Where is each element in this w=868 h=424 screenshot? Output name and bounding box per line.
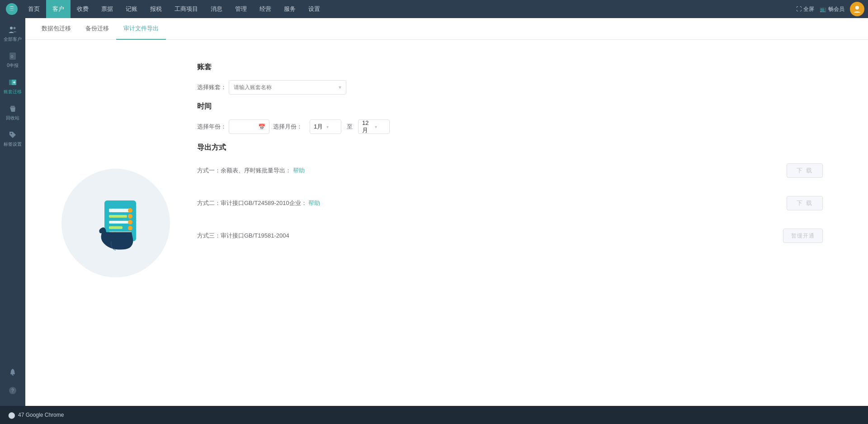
- nav-messages[interactable]: 消息: [204, 0, 229, 18]
- nav-fees[interactable]: 收费: [71, 0, 95, 18]
- nav-admin[interactable]: 管理: [229, 0, 253, 18]
- tabs-bar: 数据包迁移 备份迁移 审计文件导出: [25, 18, 868, 40]
- tab-backup-migrate[interactable]: 备份迁移: [78, 18, 116, 40]
- vip-icon: 📺: [820, 6, 826, 12]
- svg-point-3: [14, 27, 16, 29]
- time-section-title: 时间: [197, 102, 823, 111]
- svg-point-20: [128, 226, 132, 230]
- svg-point-0: [6, 3, 18, 15]
- content-area: 数据包迁移 备份迁移 审计文件导出: [25, 18, 868, 406]
- export-method-3: 方式三：审计接口GB/T19581-2004 暂缓开通: [197, 225, 823, 247]
- nav-settings[interactable]: 设置: [302, 0, 326, 18]
- app-logo[interactable]: [4, 1, 20, 17]
- avatar[interactable]: [850, 2, 864, 16]
- fullscreen-button[interactable]: ⛶ 全屏: [796, 5, 814, 13]
- svg-rect-13: [109, 215, 127, 218]
- form-area: 账套 选择账套： ▾ 时间 选择年份：: [179, 58, 841, 388]
- taskbar-chrome[interactable]: ⬤ 47 Google Chrome: [4, 410, 68, 420]
- time-row: 2023 📅 选择月份： 1月 ▾ 至 12月 ▾: [229, 119, 390, 134]
- sidebar-item-tags[interactable]: 标签设置: [1, 127, 24, 151]
- month-from-select[interactable]: 1月 ▾: [310, 119, 341, 134]
- svg-point-8: [11, 133, 12, 134]
- vip-button[interactable]: 📺 畅会员: [820, 5, 844, 13]
- method-1-help[interactable]: 帮助: [293, 167, 305, 174]
- nav-bookkeeping[interactable]: 记账: [119, 0, 144, 18]
- month-to-select[interactable]: 12月 ▾: [358, 119, 390, 134]
- export-method-2: 方式二：审计接口GB/T24589-2010企业： 帮助 下 载: [197, 192, 823, 214]
- svg-point-1: [855, 6, 859, 10]
- svg-point-2: [10, 27, 13, 29]
- svg-point-17: [128, 208, 132, 213]
- export-section-title: 导出方式: [197, 143, 823, 152]
- month-from-arrow: ▾: [326, 124, 337, 129]
- month-to-value: 12月: [362, 119, 373, 134]
- page-content: 账套 选择账套： ▾ 时间 选择年份：: [25, 40, 868, 406]
- chrome-icon: ⬤: [8, 411, 15, 419]
- method-1-label: 方式一：余额表、序时账批量导出： 帮助: [197, 167, 787, 175]
- nav-home[interactable]: 首页: [22, 0, 46, 18]
- account-input[interactable]: [234, 84, 339, 91]
- method-3-label: 方式三：审计接口GB/T19581-2004: [197, 232, 783, 240]
- illustration-area: [52, 58, 179, 388]
- sidebar-item-help[interactable]: ?: [1, 382, 24, 399]
- account-input-wrapper[interactable]: ▾: [229, 80, 346, 95]
- nav-right: ⛶ 全屏 📺 畅会员: [796, 2, 864, 16]
- month-label: 选择月份：: [273, 123, 306, 131]
- sidebar-item-migrate[interactable]: 账套迁移: [1, 74, 24, 99]
- sidebar-item-zero-declare[interactable]: 0 0申报: [1, 48, 24, 72]
- account-section-title: 账套: [197, 62, 823, 72]
- taskbar-chrome-label: 47 Google Chrome: [18, 412, 64, 418]
- calendar-icon: 📅: [258, 124, 265, 130]
- nav-clients[interactable]: 客户: [46, 0, 71, 18]
- nav-business[interactable]: 工商项目: [168, 0, 204, 18]
- svg-text:0: 0: [11, 54, 13, 59]
- tab-audit-export[interactable]: 审计文件导出: [116, 18, 166, 40]
- nav-menu: 首页 客户 收费 票据 记账 报税 工商项目 消息 管理 经营 服务 设置: [22, 0, 796, 18]
- account-label: 选择账套：: [197, 83, 229, 91]
- sidebar-item-notification[interactable]: [1, 364, 24, 381]
- sidebar-item-recycle[interactable]: 回收站: [1, 100, 24, 125]
- month-to-arrow: ▾: [375, 124, 386, 129]
- to-label: 至: [345, 123, 354, 131]
- fullscreen-icon: ⛶: [796, 6, 802, 12]
- special-button-3[interactable]: 暂缓开通: [783, 229, 823, 243]
- month-from-value: 1月: [314, 123, 325, 131]
- method-2-text: 方式二：审计接口GB/T24589-2010企业：: [197, 200, 307, 206]
- svg-point-19: [128, 220, 132, 224]
- sidebar-item-all-clients[interactable]: 全部客户: [1, 22, 24, 46]
- year-input-wrapper[interactable]: 2023 📅: [229, 119, 269, 134]
- export-method-1: 方式一：余额表、序时账批量导出： 帮助 下 载: [197, 160, 823, 181]
- tab-data-migrate[interactable]: 数据包迁移: [34, 18, 78, 40]
- svg-rect-15: [109, 226, 123, 229]
- svg-text:?: ?: [11, 388, 14, 393]
- download-button-2[interactable]: 下 载: [787, 196, 823, 210]
- method-1-text: 方式一：余额表、序时账批量导出：: [197, 167, 291, 174]
- time-form-row: 选择年份： 2023 📅 选择月份： 1月 ▾ 至 12月: [197, 119, 823, 134]
- account-form-row: 选择账套： ▾: [197, 80, 823, 95]
- nav-invoices[interactable]: 票据: [95, 0, 119, 18]
- method-3-text: 方式三：审计接口GB/T19581-2004: [197, 232, 289, 239]
- taskbar: ⬤ 47 Google Chrome: [0, 406, 868, 424]
- nav-operations[interactable]: 经营: [253, 0, 278, 18]
- illustration-circle: [61, 169, 170, 277]
- top-nav: 首页 客户 收费 票据 记账 报税 工商项目 消息 管理 经营 服务 设置 ⛶ …: [0, 0, 868, 18]
- download-button-1[interactable]: 下 载: [787, 163, 823, 178]
- main-layout: 全部客户 0 0申报 账套迁移 回收站: [0, 18, 868, 406]
- svg-point-18: [128, 214, 132, 219]
- time-label: 选择年份：: [197, 123, 229, 131]
- sidebar-bottom: ?: [1, 364, 24, 402]
- year-input[interactable]: 2023: [233, 124, 255, 130]
- nav-tax[interactable]: 报税: [144, 0, 168, 18]
- account-select[interactable]: ▾: [229, 80, 346, 95]
- sidebar: 全部客户 0 0申报 账套迁移 回收站: [0, 18, 25, 406]
- nav-services[interactable]: 服务: [278, 0, 302, 18]
- method-2-label: 方式二：审计接口GB/T24589-2010企业： 帮助: [197, 199, 787, 207]
- chevron-down-icon: ▾: [339, 84, 341, 91]
- method-2-help[interactable]: 帮助: [308, 200, 320, 206]
